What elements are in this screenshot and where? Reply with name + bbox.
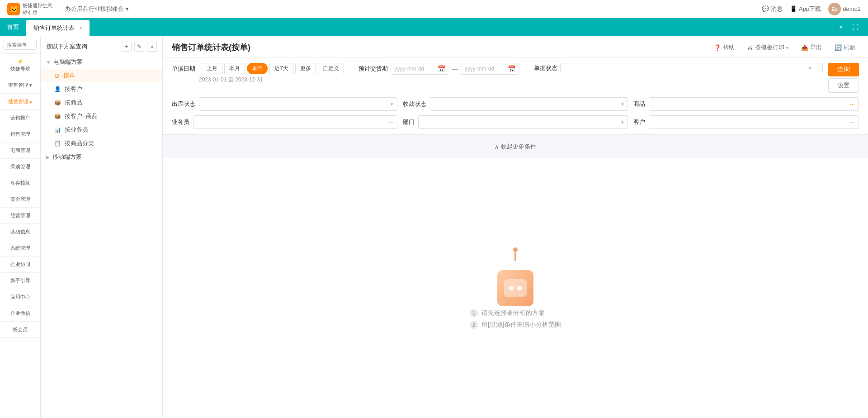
export-btn[interactable]: 📤 导出 [797, 42, 826, 53]
payment-status-label: 收款状态 [403, 100, 426, 108]
doc-status-label: 单据状态 [534, 64, 557, 72]
payment-status-arrow-icon: ▾ [621, 101, 624, 107]
export-icon: 📤 [801, 44, 808, 51]
ship-status-select[interactable]: ▾ [199, 97, 397, 111]
date-btn-this-year[interactable]: 本年 [247, 63, 268, 74]
tree-item-by-customer[interactable]: 👤 按客户 [41, 82, 162, 96]
filter-cell-customer: 客户 ··· [633, 115, 859, 129]
empty-tip-2: 2 用[过滤]条件来缩小分析范围 [470, 321, 561, 329]
tree-section-mobile[interactable]: ▶ 移动端方案 [41, 150, 162, 164]
sidebar-item-newbie[interactable]: 新手引导 [0, 273, 40, 289]
dept-arrow-icon: ▾ [621, 119, 624, 125]
empty-text-area: 1 请先选择要分析的方案 2 用[过滤]条件来缩小分析范围 [470, 309, 561, 329]
tree-item-by-product[interactable]: 📦 按商品 [41, 96, 162, 109]
payment-status-select[interactable]: ▾ [430, 97, 628, 111]
collapse-more-btn[interactable]: ∧ 收起更多条件 [487, 139, 543, 154]
tree-item-by-order[interactable]: ⊙ 按单 [41, 69, 162, 82]
salesperson-more-icon[interactable]: ··· [388, 119, 393, 126]
sidebar-item-enterprise[interactable]: 企业协同 [0, 256, 40, 273]
workspace-selector[interactable]: 办公用品行业模拟账套 ▾ [65, 5, 129, 13]
sidebar-item-inventory[interactable]: 库存核算 [0, 175, 40, 191]
left-panel-title: 按以下方案查询 [46, 43, 87, 51]
tab-sales-order[interactable]: 销售订单统计表 × [26, 20, 90, 36]
window-maximize-btn[interactable]: ⛶ [850, 22, 861, 33]
calendar-end-icon: 📅 [508, 65, 515, 72]
tree-section-label: 电脑端方案 [53, 58, 83, 66]
tree-section-pc[interactable]: ▼ 电脑端方案 [41, 55, 162, 69]
date-separator: — [452, 66, 458, 72]
refresh-btn[interactable]: 🔄 刷新 [831, 42, 859, 53]
salesperson-label: 业务员 [172, 118, 189, 126]
logo-area: 🐱 畅捷通好生意 标准版 [7, 2, 52, 15]
sidebar-item-basic[interactable]: 基础信息 [0, 224, 40, 240]
tree-item-icon: 👤 [54, 86, 61, 92]
settings-btn[interactable]: 设置 [828, 78, 859, 93]
date-range-display: 2023-01-01 至 2023-12-31 [172, 76, 344, 84]
app-download-btn[interactable]: 📱 App下载 [790, 5, 821, 13]
sidebar-item-appstore[interactable]: 应用中心 [0, 289, 40, 305]
collapse-panel-btn[interactable]: « [147, 42, 157, 52]
left-panel-icons: + ✎ « [122, 42, 157, 52]
tab-home[interactable]: 首页 [0, 18, 26, 36]
logo-icon: 🐱 [7, 3, 20, 15]
tree-item-icon: 📊 [54, 127, 61, 133]
add-scheme-btn[interactable]: + [122, 42, 132, 52]
sidebar-item-wechat[interactable]: 企业微信 [0, 305, 40, 322]
print-btn[interactable]: 🖨 按模板打印 ▾ [744, 42, 792, 53]
print-arrow-icon: ▾ [786, 45, 788, 50]
sidebar-item-quick-nav[interactable]: ⚡ 快捷导航 [0, 54, 40, 77]
expected-date-start-input[interactable]: yyyy-mm-dd 📅 [391, 63, 449, 75]
help-btn[interactable]: ❓ 帮助 [710, 42, 738, 53]
ship-status-arrow-icon: ▾ [391, 101, 393, 107]
tab-close-btn[interactable]: × [79, 25, 82, 31]
expected-date-end-input[interactable]: yyyy-mm-dd 📅 [461, 63, 519, 75]
sidebar-item-retail[interactable]: 零售管理 ▾ [0, 77, 40, 94]
tree-item-icon: 📦 [54, 113, 61, 119]
date-btn-last-month[interactable]: 上月 [202, 63, 222, 74]
sidebar-item-operations[interactable]: 经营管理 [0, 208, 40, 224]
tree-item-icon: ⊙ [54, 72, 60, 79]
tree-item-by-salesperson[interactable]: 📊 按业务员 [41, 123, 162, 137]
date-btn-this-month[interactable]: 本月 [224, 63, 245, 74]
message-btn[interactable]: 💬 消息 [762, 5, 783, 13]
top-bar-right: 💬 消息 📱 App下载 Ea demo2 [762, 3, 861, 15]
date-btn-last-7-days[interactable]: 近7天 [269, 63, 293, 74]
page-header-actions: ❓ 帮助 🖨 按模板打印 ▾ 📤 导出 🔄 刷新 [710, 42, 859, 53]
sidebar-item-purchase[interactable]: 采购管理 [0, 159, 40, 175]
sidebar-item-finance[interactable]: 资金管理 [0, 191, 40, 208]
tab-bar: 首页 销售订单统计表 × × ⛶ [0, 18, 868, 36]
sidebar-item-marketing[interactable]: 营销推广 [0, 110, 40, 126]
dept-select[interactable]: ▾ [418, 115, 628, 129]
window-close-btn[interactable]: × [835, 22, 846, 33]
doc-status-select[interactable]: ▾ [560, 63, 823, 73]
customer-more-icon[interactable]: ··· [849, 119, 855, 126]
download-icon: 📱 [790, 5, 797, 12]
collapse-icon: ∧ [495, 143, 499, 150]
sidebar-item-sales[interactable]: 销售管理 [0, 126, 40, 142]
page-title: 销售订单统计表(按单) [172, 42, 250, 53]
collapse-row: ∧ 收起更多条件 [163, 135, 868, 158]
product-label: 商品 [633, 100, 645, 108]
product-input[interactable]: ··· [649, 97, 859, 111]
sidebar-item-wholesale[interactable]: 批发管理 ▴ [0, 94, 40, 110]
date-btn-custom[interactable]: 自定义 [318, 63, 344, 74]
salesperson-input[interactable]: ··· [193, 115, 397, 129]
filter-cell-dept: 部门 ▾ [403, 115, 628, 129]
sidebar-item-ecommerce[interactable]: 电商管理 [0, 142, 40, 159]
customer-input[interactable]: ··· [649, 115, 859, 129]
logo-text: 畅捷通好生意 标准版 [23, 2, 52, 15]
query-btn[interactable]: 查询 [828, 63, 859, 76]
filter-row-2: 出库状态 ▾ 收款状态 ▾ 商品 [172, 97, 859, 111]
user-menu[interactable]: Ea demo2 [828, 3, 861, 15]
product-more-icon[interactable]: ··· [849, 100, 855, 108]
quick-nav-icon: ⚡ [17, 58, 24, 65]
page-header: 销售订单统计表(按单) ❓ 帮助 🖨 按模板打印 ▾ 📤 导出 [163, 36, 868, 57]
date-btn-more[interactable]: 更多 [295, 63, 316, 74]
sidebar-item-system[interactable]: 系统管理 [0, 240, 40, 256]
edit-scheme-btn[interactable]: ✎ [134, 42, 144, 52]
tree-item-by-customer-product[interactable]: 📦 按客户+商品 [41, 109, 162, 123]
expected-date-label: 预计交货期 [359, 65, 388, 73]
tree-item-by-category[interactable]: 📋 按商品分类 [41, 137, 162, 150]
search-input[interactable] [4, 40, 37, 50]
sidebar-item-member[interactable]: 畅会员 [0, 322, 40, 338]
